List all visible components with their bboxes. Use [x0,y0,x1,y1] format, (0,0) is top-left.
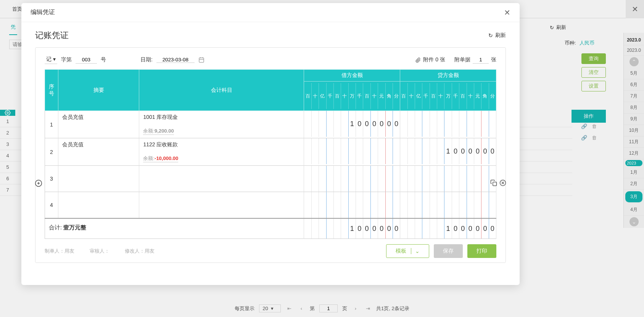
date-input[interactable] [156,57,195,63]
amount-digit[interactable]: 0 [459,138,467,164]
amount-digit[interactable] [459,111,467,137]
amount-digit[interactable]: 0 [363,111,370,137]
amount-digit[interactable] [415,219,422,239]
amount-digit[interactable] [481,166,489,192]
amount-digit[interactable]: 0 [452,219,459,239]
amount-digit[interactable] [371,166,378,192]
amount-digit[interactable] [334,219,341,239]
amount-digit[interactable] [430,166,437,192]
amount-digit[interactable] [312,138,319,164]
amount-digit[interactable] [393,192,400,218]
amount-digit[interactable] [341,138,348,164]
amount-digit[interactable] [400,138,407,164]
amount-digit[interactable] [481,111,489,137]
amount-digit[interactable] [319,138,326,164]
amount-digit[interactable]: 1 [349,111,356,137]
voucher-row[interactable]: 1会员充值1001 库存现金余额:9,200.001000000 [45,111,496,138]
debit-cell[interactable]: 1000000 [304,111,400,138]
amount-digit[interactable] [349,192,356,218]
amount-digit[interactable] [400,219,407,239]
credit-cell[interactable] [400,111,496,138]
amount-digit[interactable]: 0 [371,111,378,137]
amount-digit[interactable] [334,138,341,164]
amount-digit[interactable] [393,166,400,192]
add-row-icon[interactable] [35,179,42,187]
amount-digit[interactable] [341,166,348,192]
amount-digit[interactable] [386,138,393,164]
amount-digit[interactable]: 1 [444,138,452,164]
amount-digit[interactable] [408,219,415,239]
amount-digit[interactable]: 0 [386,111,393,137]
voucher-refresh-button[interactable]: ↻ 刷新 [488,32,506,39]
amount-digit[interactable] [327,192,334,218]
account-cell[interactable]: 1122 应收账款余额:-10,000.00 [139,138,304,166]
summary-cell[interactable] [58,192,139,219]
amount-digit[interactable] [304,192,311,218]
amount-digit[interactable] [378,138,385,164]
amount-digit[interactable] [334,166,341,192]
amount-digit[interactable]: 0 [356,111,363,137]
voucher-row[interactable]: 4 [45,192,496,219]
amount-digit[interactable] [319,111,326,137]
amount-digit[interactable] [304,166,311,192]
amount-digit[interactable] [474,166,481,192]
amount-digit[interactable] [400,166,407,192]
amount-digit[interactable]: 0 [467,138,474,164]
amount-digit[interactable]: 0 [467,219,474,239]
amount-digit[interactable] [312,111,319,137]
amount-digit[interactable] [408,111,415,137]
amount-digit[interactable] [304,111,311,137]
amount-digit[interactable]: 0 [378,111,385,137]
amount-digit[interactable] [312,166,319,192]
amount-digit[interactable] [386,192,393,218]
amount-digit[interactable] [422,138,430,164]
amount-digit[interactable] [422,192,430,218]
amount-digit[interactable] [327,219,334,239]
amount-digit[interactable] [415,138,422,164]
amount-digit[interactable] [363,192,370,218]
amount-digit[interactable] [363,138,370,164]
debit-cell[interactable] [304,138,400,166]
amount-digit[interactable] [422,111,430,137]
amount-digit[interactable] [452,192,459,218]
amount-digit[interactable]: 0 [452,138,459,164]
amount-digit[interactable]: 0 [474,219,481,239]
amount-digit[interactable] [371,192,378,218]
amount-digit[interactable] [349,138,356,164]
amount-digit[interactable] [341,111,348,137]
amount-digit[interactable] [356,166,363,192]
amount-digit[interactable] [408,166,415,192]
save-button[interactable]: 保存 [434,244,463,258]
amount-digit[interactable] [452,111,459,137]
amount-digit[interactable] [422,166,430,192]
voucher-row[interactable]: 3 [45,166,496,192]
amount-digit[interactable] [400,111,407,137]
amount-digit[interactable] [327,166,334,192]
amount-digit[interactable] [408,192,415,218]
amount-digit[interactable]: 1 [349,219,356,239]
amount-digit[interactable]: 0 [481,219,489,239]
amount-digit[interactable]: 0 [489,138,496,164]
amount-digit[interactable] [481,192,489,218]
amount-digit[interactable] [422,219,430,239]
voucher-type-select[interactable]: 记 ▾ [45,55,57,64]
amount-digit[interactable]: 0 [393,111,400,137]
amount-digit[interactable] [378,192,385,218]
amount-digit[interactable] [319,219,326,239]
amount-digit[interactable] [371,138,378,164]
amount-digit[interactable] [400,192,407,218]
amount-digit[interactable] [415,192,422,218]
account-cell[interactable] [139,166,304,192]
amount-digit[interactable] [437,111,444,137]
amount-digit[interactable] [437,138,444,164]
voucher-number-input[interactable] [76,56,97,64]
amount-digit[interactable]: 0 [474,138,481,164]
amount-digit[interactable]: 0 [386,219,393,239]
amount-digit[interactable] [327,138,334,164]
copy-row-icon[interactable] [490,179,506,186]
amount-digit[interactable] [304,219,311,239]
amount-digit[interactable] [430,138,437,164]
amount-digit[interactable] [444,192,452,218]
attachment-link[interactable]: 附件 0 张 [415,56,445,63]
amount-digit[interactable] [415,111,422,137]
